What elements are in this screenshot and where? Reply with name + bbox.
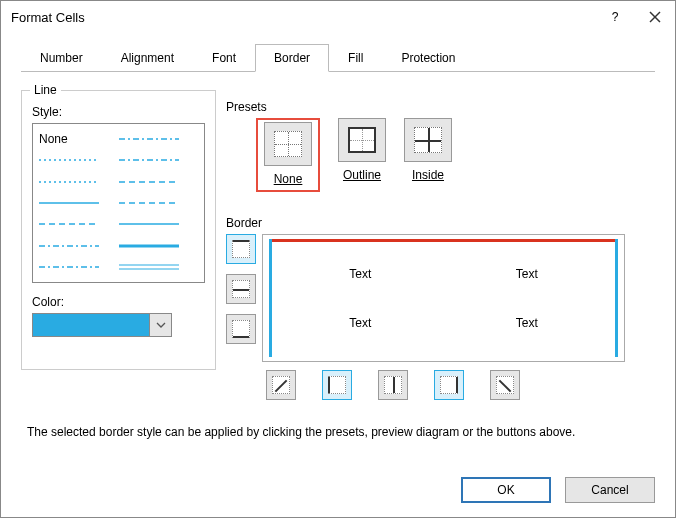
preview-top-border [269,239,618,242]
preset-inside-button[interactable] [404,118,452,162]
preset-inside-label: Inside [404,168,452,182]
preset-outline-button[interactable] [338,118,386,162]
line-style-opt[interactable] [119,128,199,149]
border-diag-down-icon [496,376,514,394]
preview-cell: Text [277,298,444,347]
chevron-down-icon [156,322,166,328]
presets-group: Presets None Outline Inside [226,90,655,192]
border-label: Border [226,216,655,230]
window-title: Format Cells [11,10,85,25]
line-style-opt[interactable] [39,171,119,192]
preview-right-border [615,239,618,357]
border-diag-up-icon [272,376,290,394]
border-group: Border Text Text Text Text [226,206,655,400]
border-diag-down-button[interactable] [490,370,520,400]
line-group-label: Line [30,83,61,97]
preset-outline-label: Outline [338,168,386,182]
tab-number[interactable]: Number [21,44,102,72]
preset-none-label: None [264,172,312,186]
tab-alignment[interactable]: Alignment [102,44,193,72]
border-right-button[interactable] [434,370,464,400]
border-vmiddle-icon [384,376,402,394]
border-vmiddle-button[interactable] [378,370,408,400]
tab-fill[interactable]: Fill [329,44,382,72]
border-top-icon [232,240,250,258]
border-hmiddle-button[interactable] [226,274,256,304]
preview-cell: Text [277,249,444,298]
border-left-icon [328,376,346,394]
line-style-opt[interactable] [119,149,199,170]
border-left-button[interactable] [322,370,352,400]
preset-none-button[interactable] [264,122,312,166]
preset-none-highlight: None [256,118,320,192]
color-swatch [33,314,149,336]
line-style-opt[interactable] [119,235,199,256]
line-style-opt[interactable] [119,257,199,278]
border-top-button[interactable] [226,234,256,264]
line-style-opt[interactable] [119,192,199,213]
color-label: Color: [32,295,205,309]
border-diag-up-button[interactable] [266,370,296,400]
preview-cell: Text [444,298,611,347]
cancel-button[interactable]: Cancel [565,477,655,503]
preset-inside-icon [414,127,442,153]
preset-outline-icon [348,127,376,153]
preview-left-border [269,239,272,357]
color-dropdown-button[interactable] [149,314,171,336]
tabs: Number Alignment Font Border Fill Protec… [21,43,655,72]
line-group: Line Style: None Color: [21,90,216,370]
style-label: Style: [32,105,205,119]
presets-label: Presets [226,100,655,114]
line-style-opt[interactable] [39,214,119,235]
line-style-opt[interactable] [39,257,119,278]
close-icon [649,11,661,23]
preview-cell: Text [444,249,611,298]
border-bottom-button[interactable] [226,314,256,344]
tab-protection[interactable]: Protection [382,44,474,72]
line-style-opt[interactable] [39,235,119,256]
border-right-icon [440,376,458,394]
line-style-opt[interactable] [119,214,199,235]
border-hmiddle-icon [232,280,250,298]
line-style-opt[interactable] [39,192,119,213]
border-bottom-icon [232,320,250,338]
hint-text: The selected border style can be applied… [27,425,649,439]
preset-none-icon [274,131,302,157]
border-preview[interactable]: Text Text Text Text [262,234,625,362]
line-style-opt[interactable] [39,149,119,170]
help-button[interactable]: ? [605,7,625,27]
color-picker[interactable] [32,313,172,337]
tab-border[interactable]: Border [255,44,329,72]
close-button[interactable] [645,7,665,27]
titlebar: Format Cells ? [1,1,675,33]
line-style-picker[interactable]: None [32,123,205,283]
tab-font[interactable]: Font [193,44,255,72]
ok-button[interactable]: OK [461,477,551,503]
line-style-opt[interactable] [119,171,199,192]
line-style-none[interactable]: None [39,128,119,149]
